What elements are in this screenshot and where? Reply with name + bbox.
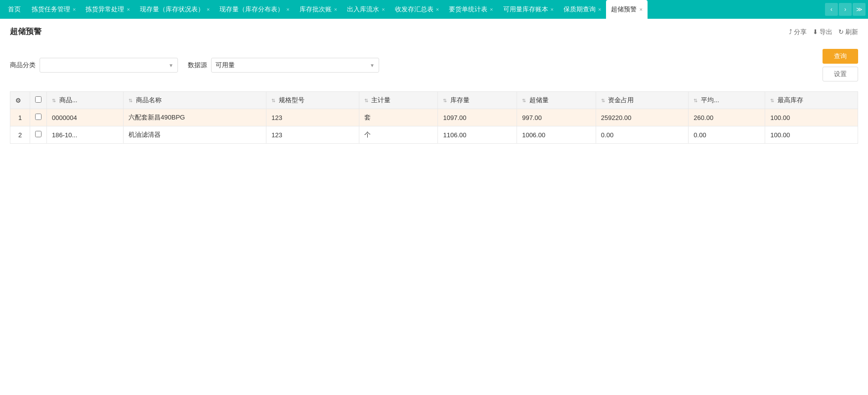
data-table: ⚙ ⇅ 商品... ⇅ 商品名称 ⇅ 规格型号 ⇅ (10, 91, 858, 144)
sort-icon-max-stock: ⇅ (770, 98, 774, 103)
nav-tab-close-9[interactable]: × (598, 6, 601, 12)
nav-tab-label-5: 出入库流水 (347, 5, 379, 14)
nav-tab-close-2[interactable]: × (207, 6, 210, 12)
export-icon: ⬇ (813, 28, 818, 36)
nav-tab-close-5[interactable]: × (382, 6, 385, 12)
nav-tab-label-1: 拣货异常处理 (86, 5, 124, 14)
nav-tab-close-3[interactable]: × (286, 6, 289, 12)
category-filter-label: 商品分类 (10, 61, 36, 70)
nav-tab-close-7[interactable]: × (490, 6, 493, 12)
th-capital[interactable]: ⇅ 资金占用 (596, 92, 689, 109)
th-spec[interactable]: ⇅ 规格型号 (266, 92, 359, 109)
th-settings: ⚙ (10, 92, 30, 109)
row-spec-2: 123 (266, 126, 359, 144)
nav-more-button[interactable]: ≫ (853, 3, 866, 16)
row-overstock-2: 1006.00 (517, 126, 596, 144)
export-button[interactable]: ⬇ 导出 (813, 28, 832, 37)
page-content: 超储预警 ⤴ 分享 ⬇ 导出 ↻ 刷新 商品分类 ▼ 数据源 (0, 19, 868, 395)
nav-tab-close-10[interactable]: × (639, 6, 642, 12)
nav-tab-label-3: 现存量（库存分布表） (219, 5, 284, 14)
th-stock[interactable]: ⇅ 库存量 (438, 92, 517, 109)
nav-tab-3[interactable]: 现存量（库存分布表） × (215, 0, 294, 19)
nav-tab-5[interactable]: 出入库流水 × (342, 0, 390, 19)
category-select[interactable]: ▼ (40, 58, 178, 73)
filter-actions: 查询 设置 (823, 49, 858, 81)
nav-tab-close-8[interactable]: × (551, 6, 554, 12)
share-button[interactable]: ⤴ 分享 (789, 28, 807, 37)
sort-icon-product-code: ⇅ (52, 98, 56, 103)
datasource-chevron-icon: ▼ (370, 63, 375, 68)
sort-icon-spec: ⇅ (271, 98, 275, 103)
row-checkbox-1 (30, 109, 47, 126)
filter-row: 商品分类 ▼ 数据源 可用量 ▼ 查询 设置 (10, 45, 858, 85)
nav-tab-label-6: 收发存汇总表 (395, 5, 434, 14)
row-select-1[interactable] (35, 114, 42, 120)
nav-tab-close-0[interactable]: × (73, 6, 76, 12)
nav-tab-close-6[interactable]: × (436, 6, 439, 12)
select-all-checkbox[interactable] (35, 96, 42, 103)
row-product-code-1: 0000004 (47, 109, 124, 126)
nav-tab-2[interactable]: 现存量（库存状况表） × (135, 0, 215, 19)
row-stock-2: 1106.00 (438, 126, 517, 144)
nav-tab-label-2: 现存量（库存状况表） (140, 5, 204, 14)
th-product-code-label: 商品... (59, 96, 78, 104)
row-unit-2: 个 (359, 126, 438, 144)
th-unit[interactable]: ⇅ 主计量 (359, 92, 438, 109)
th-avg-price[interactable]: ⇅ 平均... (689, 92, 765, 109)
row-product-name-2: 机油滤清器 (124, 126, 266, 144)
nav-tab-10[interactable]: 超储预警 × (606, 0, 647, 19)
nav-tab-label-0: 拣货任务管理 (32, 5, 70, 14)
row-max-stock-2: 100.00 (765, 126, 858, 144)
row-product-code-2: 186-10... (47, 126, 124, 144)
page-header: 超储预警 ⤴ 分享 ⬇ 导出 ↻ 刷新 (10, 27, 858, 37)
export-label: 导出 (820, 28, 832, 37)
th-product-name[interactable]: ⇅ 商品名称 (124, 92, 266, 109)
th-spec-label: 规格型号 (279, 96, 304, 104)
th-overstock[interactable]: ⇅ 超储量 (517, 92, 596, 109)
nav-tab-close-4[interactable]: × (334, 6, 337, 12)
row-capital-2: 0.00 (596, 126, 689, 144)
row-avg-price-2: 0.00 (689, 126, 765, 144)
nav-tab-label-8: 可用量库存账本 (503, 5, 548, 14)
nav-tab-0[interactable]: 拣货任务管理 × (27, 0, 81, 19)
nav-tab-4[interactable]: 库存批次账 × (295, 0, 342, 19)
top-navigation: 首页 拣货任务管理 × 拣货异常处理 × 现存量（库存状况表） × 现存量（库存… (0, 0, 868, 19)
row-select-2[interactable] (35, 131, 42, 137)
nav-tab-label-4: 库存批次账 (300, 5, 332, 14)
query-button[interactable]: 查询 (823, 49, 858, 64)
th-unit-label: 主计量 (371, 96, 391, 104)
row-num-2: 2 (10, 126, 30, 144)
row-max-stock-1: 100.00 (765, 109, 858, 126)
table-row: 1 0000004 六配套新昌490BPG 123 套 1097.00 997.… (10, 109, 858, 126)
category-filter-group: 商品分类 ▼ (10, 58, 178, 73)
datasource-filter-group: 数据源 可用量 ▼ (188, 58, 379, 73)
nav-tab-9[interactable]: 保质期查询 × (559, 0, 606, 19)
refresh-button[interactable]: ↻ 刷新 (838, 28, 858, 37)
datasource-filter-label: 数据源 (188, 61, 207, 70)
table-header: ⚙ ⇅ 商品... ⇅ 商品名称 ⇅ 规格型号 ⇅ (10, 92, 858, 109)
settings-button[interactable]: 设置 (823, 67, 858, 81)
nav-tab-label-9: 保质期查询 (564, 5, 596, 14)
nav-prev-button[interactable]: ‹ (825, 3, 838, 16)
nav-tab-8[interactable]: 可用量库存账本 × (498, 0, 559, 19)
nav-tab-6[interactable]: 收发存汇总表 × (390, 0, 444, 19)
row-product-name-1: 六配套新昌490BPG (124, 109, 266, 126)
th-max-stock-label: 最高库存 (778, 96, 803, 104)
th-product-code[interactable]: ⇅ 商品... (47, 92, 124, 109)
th-max-stock[interactable]: ⇅ 最高库存 (765, 92, 858, 109)
datasource-select-value: 可用量 (216, 61, 235, 70)
th-checkbox (30, 92, 47, 109)
refresh-icon: ↻ (838, 28, 844, 36)
settings-gear-icon[interactable]: ⚙ (15, 97, 21, 104)
share-icon: ⤴ (789, 28, 792, 36)
table-body: 1 0000004 六配套新昌490BPG 123 套 1097.00 997.… (10, 109, 858, 144)
row-checkbox-2 (30, 126, 47, 144)
nav-tab-7[interactable]: 要货单统计表 × (444, 0, 498, 19)
nav-tab-close-1[interactable]: × (127, 6, 130, 12)
datasource-select[interactable]: 可用量 ▼ (211, 58, 379, 73)
row-unit-1: 套 (359, 109, 438, 126)
nav-home[interactable]: 首页 (2, 5, 27, 14)
header-actions: ⤴ 分享 ⬇ 导出 ↻ 刷新 (789, 28, 858, 37)
nav-next-button[interactable]: › (839, 3, 852, 16)
nav-tab-1[interactable]: 拣货异常处理 × (81, 0, 134, 19)
